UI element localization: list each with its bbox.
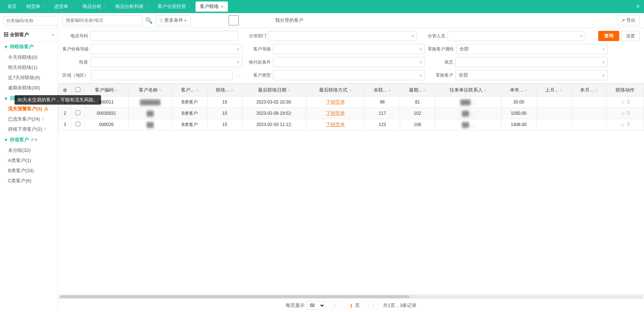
sidebar-item-c-class[interactable]: C类客户(6) bbox=[0, 176, 58, 186]
row-last-method[interactable]: 下销货单 bbox=[306, 119, 365, 130]
col-code[interactable]: 客户编码 ⇅ bbox=[85, 84, 129, 97]
select-all-checkbox[interactable] bbox=[76, 87, 80, 92]
sidebar-all-customers[interactable]: ☷ 全部客户 « bbox=[0, 29, 58, 41]
first-page-btn[interactable]: ⊲ bbox=[330, 301, 338, 309]
sidebar-item-tomorrow[interactable]: 明天待联络(1) bbox=[0, 62, 58, 73]
row-last-method[interactable]: 下销货单 bbox=[306, 108, 365, 119]
col-unit-contact[interactable]: 往来单位联系人 ⇅ bbox=[435, 84, 501, 97]
payment-chevron-icon: ▾ bbox=[420, 60, 422, 64]
search-icon[interactable]: 🔍 bbox=[145, 17, 153, 24]
tab-analysis-close[interactable]: × bbox=[104, 4, 106, 9]
sidebar-item-churn-warning[interactable]: 流失预警客户(3) ⚠ bbox=[0, 104, 58, 114]
tab-analysis-list-close[interactable]: × bbox=[146, 4, 148, 9]
payment-select[interactable]: ▾ bbox=[273, 57, 425, 67]
all-customers-label: ☷ 全部客户 bbox=[4, 32, 29, 38]
my-customers-check[interactable]: 我分管的客户 bbox=[194, 15, 303, 25]
close-all-tabs[interactable]: × bbox=[635, 2, 641, 11]
next-page-btn[interactable]: › bbox=[361, 301, 369, 309]
my-customers-label: 我分管的客户 bbox=[275, 17, 303, 24]
customer-grade-select[interactable]: ▾ bbox=[273, 44, 425, 54]
sidebar-item-declining[interactable]: 持续下滑客户(2) ? bbox=[0, 124, 58, 134]
region-more-icon[interactable]: … bbox=[235, 73, 242, 78]
phone-input[interactable] bbox=[90, 31, 238, 41]
horizontal-scrollbar[interactable] bbox=[58, 294, 644, 299]
row-not-contact: 123 bbox=[365, 119, 400, 130]
question-icon-2[interactable]: ? bbox=[44, 127, 46, 131]
more-actions-icon[interactable]: ⠿ bbox=[627, 99, 630, 105]
settings-btn[interactable]: 设置 bbox=[621, 31, 640, 41]
more-conditions-btn[interactable]: ▽ 更多条件 ▾ bbox=[156, 15, 191, 25]
sidebar-group-value[interactable]: ▼ 价值客户 ↺ ✎ bbox=[0, 134, 58, 145]
col-last-date[interactable]: 最后联络日期 ⇅ bbox=[242, 84, 306, 97]
sidebar-item-overdue[interactable]: 逾期未联络(30) bbox=[0, 83, 58, 93]
sidebar-item-no-group[interactable]: 未分组(32) bbox=[0, 145, 58, 155]
scrollbar-thumb[interactable] bbox=[60, 295, 409, 298]
tab-analysis[interactable]: 商品分析 × bbox=[78, 1, 110, 12]
row-checkbox[interactable] bbox=[72, 108, 85, 119]
col-this-month[interactable]: 本月... ⇅ bbox=[571, 84, 607, 97]
sidebar-item-b-class[interactable]: B类客户(33) bbox=[0, 166, 58, 176]
row-last-date: 2023-02-03 11:12: bbox=[242, 119, 306, 130]
manager-more-icon[interactable]: … bbox=[588, 33, 595, 39]
region-select[interactable] bbox=[91, 70, 233, 80]
current-page: 1 bbox=[349, 303, 354, 308]
row-actions: ☆ ⠿ bbox=[607, 119, 644, 130]
tab-sales-close[interactable]: × bbox=[43, 4, 45, 9]
sidebar-item-a-class[interactable]: A类客户(1) bbox=[0, 155, 58, 166]
col-overdue[interactable]: 逾期... ⇅ bbox=[400, 84, 435, 97]
contact-icon[interactable]: ☆ bbox=[620, 99, 625, 105]
gender-select[interactable]: ▾ bbox=[90, 57, 242, 67]
edit-icon[interactable]: ✎ bbox=[34, 138, 37, 142]
price-grade-select[interactable]: ▾ bbox=[91, 44, 242, 54]
sidebar-item-today[interactable]: 今天待联络(0) bbox=[0, 52, 58, 62]
tab-sales[interactable]: 销货单 × bbox=[22, 1, 49, 12]
status-select[interactable]: ▾ bbox=[455, 57, 608, 67]
my-customers-checkbox[interactable] bbox=[194, 15, 274, 25]
dept-select[interactable]: ▾ bbox=[269, 31, 416, 41]
filter-customer-type: 客户类型 ▾ bbox=[245, 70, 425, 80]
contact-icon[interactable]: ☆ bbox=[620, 110, 625, 116]
sidebar-item-7days[interactable]: 近7天待联络(0) bbox=[0, 73, 58, 83]
tab-customer-contact[interactable]: 客户联络 × bbox=[196, 1, 228, 12]
more-actions-icon[interactable]: ⠿ bbox=[627, 110, 630, 116]
col-contact-count[interactable]: 联络... ⇅ bbox=[207, 84, 242, 97]
tab-customer-tier[interactable]: 客户分层经营 × bbox=[153, 1, 195, 12]
tab-purchase[interactable]: 进货单 × bbox=[50, 1, 77, 12]
tab-analysis-list[interactable]: 商品分析列表 × bbox=[111, 1, 152, 12]
col-this-year[interactable]: 本年... ⇅ bbox=[501, 84, 536, 97]
contact-icon[interactable]: ☆ bbox=[620, 122, 625, 127]
question-icon[interactable]: ? bbox=[42, 117, 44, 121]
tab-customer-contact-close[interactable]: × bbox=[221, 4, 223, 9]
tab-purchase-close[interactable]: × bbox=[71, 4, 73, 9]
customer-type-select[interactable]: ▾ bbox=[273, 70, 425, 80]
zero-attr-select[interactable]: 全部 ▾ bbox=[456, 44, 608, 54]
zero-customer-select[interactable]: 全部 ▾ bbox=[455, 70, 608, 80]
tab-customer-tier-close[interactable]: × bbox=[188, 4, 190, 9]
col-type[interactable]: 客户... ⇅ bbox=[172, 84, 208, 97]
refresh-icon[interactable]: ↺ bbox=[30, 138, 33, 142]
col-last-method[interactable]: 最后联络方式 ⇅ bbox=[306, 84, 365, 97]
tab-home[interactable]: 首页 bbox=[3, 1, 21, 12]
manager-select[interactable]: ▾ bbox=[447, 31, 585, 41]
per-page-select[interactable]: 50 100 200 bbox=[307, 301, 325, 310]
col-checkbox[interactable] bbox=[72, 84, 85, 97]
search-input[interactable] bbox=[63, 15, 142, 25]
advanced-filter-panel: 电话号码 分管部门 ▾ 分管人员 ▾ … bbox=[58, 28, 644, 84]
sidebar-collapse-icon[interactable]: « bbox=[52, 32, 54, 37]
table-row: 3 000026 ██ B类客户 15 2023-02-03 11:12: 下销… bbox=[59, 119, 644, 130]
export-btn[interactable]: ↗ 导出 bbox=[617, 15, 640, 25]
sidebar-group-pending[interactable]: ▼ 待联络客户 bbox=[0, 41, 58, 52]
sidebar-search-input[interactable] bbox=[4, 16, 58, 25]
query-btn[interactable]: 查询 bbox=[598, 31, 619, 41]
prev-page-btn[interactable]: ‹ bbox=[339, 301, 347, 309]
col-settings[interactable]: ⚙ bbox=[59, 84, 72, 97]
col-last-month[interactable]: 上月... ⇅ bbox=[536, 84, 572, 97]
col-name[interactable]: 客户名称 ⇅ bbox=[128, 84, 172, 97]
more-actions-icon[interactable]: ⠿ bbox=[627, 122, 630, 127]
sidebar-item-churned[interactable]: 已流失客户(24) ? bbox=[0, 114, 58, 124]
row-last-method[interactable]: 下销货单 bbox=[306, 97, 365, 108]
col-not-contact[interactable]: 未联... ⇅ bbox=[365, 84, 400, 97]
scrollbar-track[interactable] bbox=[60, 295, 643, 298]
row-checkbox[interactable] bbox=[72, 119, 85, 130]
last-page-btn[interactable]: ⊳ bbox=[370, 301, 378, 309]
